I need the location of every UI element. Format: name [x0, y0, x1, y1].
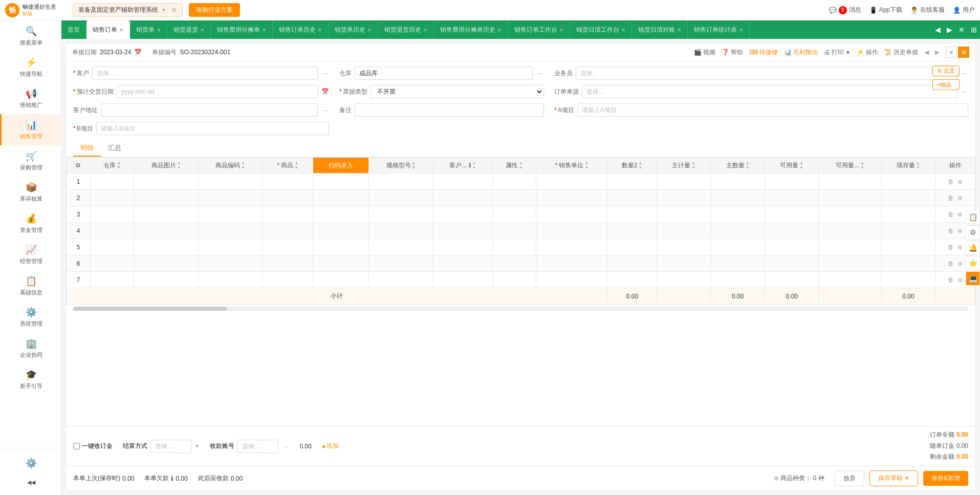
- prev-record[interactable]: ◀: [924, 49, 929, 56]
- th-image[interactable]: 商品图片▲▼: [134, 158, 199, 174]
- cell-spec[interactable]: [369, 223, 433, 239]
- sidebar-item-enterprise[interactable]: 🏢 企业协同: [0, 333, 61, 364]
- cell-image[interactable]: [134, 190, 199, 206]
- th-available[interactable]: 可用量▲▼: [765, 158, 818, 174]
- cell-main-qty[interactable]: [711, 239, 765, 255]
- cell-main-unit[interactable]: [657, 174, 710, 190]
- th-available2[interactable]: 可用量...▲▼: [819, 158, 881, 174]
- cell-product[interactable]: [263, 206, 313, 223]
- nav-tab-7[interactable]: 销货退货历史 ✕: [378, 20, 434, 39]
- cell-product-code[interactable]: [198, 223, 263, 239]
- cell-current[interactable]: [881, 174, 935, 190]
- cell-attrs[interactable]: [492, 239, 536, 255]
- sidebar-item-marketing[interactable]: 📢 营销推广: [0, 83, 61, 114]
- cell-qty2[interactable]: [607, 174, 657, 190]
- cell-main-qty[interactable]: [711, 272, 765, 288]
- sidebar-item-system[interactable]: ⚙️ 系统管理: [0, 302, 61, 333]
- account-more-btn[interactable]: ···: [281, 442, 290, 450]
- sidebar-item-guide[interactable]: 🎓 新手引导: [0, 364, 61, 395]
- cell-main-unit[interactable]: [657, 223, 710, 239]
- cell-qty2[interactable]: [607, 206, 657, 223]
- industry-btn[interactable]: 体验行业方案: [189, 3, 240, 17]
- cell-spec[interactable]: [369, 206, 433, 223]
- cell-warehouse[interactable]: [90, 239, 134, 255]
- cell-customer-code[interactable]: [433, 174, 492, 190]
- delete-icon[interactable]: 🗑: [948, 276, 954, 284]
- cell-scan[interactable]: [313, 174, 369, 190]
- delete-icon[interactable]: 🗑: [948, 244, 954, 251]
- cell-unit[interactable]: [536, 255, 607, 272]
- right-tool-4[interactable]: ⭐: [966, 256, 980, 270]
- cell-product-code[interactable]: [198, 190, 263, 206]
- sidebar-item-inventory[interactable]: 📦 库存核算: [0, 177, 61, 208]
- nav-tab-11[interactable]: 钱货日清对账 ✕: [632, 20, 688, 39]
- cell-product-code[interactable]: [198, 206, 263, 223]
- cell-spec[interactable]: [369, 255, 433, 272]
- sidebar-item-operations[interactable]: 📈 经营管理: [0, 239, 61, 270]
- th-product-code[interactable]: 商品编码▲▼: [198, 158, 263, 174]
- th-main-qty[interactable]: 主数量▲▼: [711, 158, 765, 174]
- customer-more-btn[interactable]: ···: [321, 69, 329, 77]
- tab-close-all[interactable]: ✕: [955, 26, 968, 34]
- cell-attrs[interactable]: [492, 255, 536, 272]
- cell-customer-code[interactable]: [433, 223, 492, 239]
- tab-detail[interactable]: 明细: [73, 140, 101, 157]
- cell-available[interactable]: [765, 255, 818, 272]
- copy-icon[interactable]: ⊕: [957, 211, 963, 218]
- th-settings[interactable]: ⚙: [67, 158, 91, 174]
- profit-action[interactable]: 📊 毛利预估: [784, 48, 818, 57]
- cell-scan[interactable]: [313, 255, 369, 272]
- cell-unit[interactable]: [536, 190, 607, 206]
- remarks-input[interactable]: [355, 103, 544, 117]
- sidebar-item-purchase[interactable]: 🛒 采购管理: [0, 145, 61, 177]
- cell-available2[interactable]: [819, 239, 881, 255]
- th-customer-code[interactable]: 客户... ℹ▲▼: [433, 158, 492, 174]
- copy-icon[interactable]: ⊕: [957, 227, 963, 234]
- th-scan[interactable]: 扫码录入: [313, 158, 369, 174]
- delete-icon[interactable]: 🗑: [948, 260, 954, 267]
- sidebar-item-quick-nav[interactable]: ⚡ 快捷导航: [0, 52, 61, 83]
- online-service-btn[interactable]: 👨‍💼 在线客服: [910, 6, 945, 14]
- cell-product-code[interactable]: [198, 239, 263, 255]
- tab-close-3[interactable]: ✕: [200, 27, 204, 33]
- cell-scan[interactable]: [313, 206, 369, 223]
- tab-expand[interactable]: ⊞: [968, 26, 980, 34]
- user-menu[interactable]: 👤 用户: [953, 6, 975, 14]
- cell-available2[interactable]: [819, 206, 881, 223]
- cell-unit[interactable]: [536, 272, 607, 288]
- cell-product-code[interactable]: [198, 272, 263, 288]
- cell-main-qty[interactable]: [711, 190, 765, 206]
- tab-close-10[interactable]: ✕: [621, 27, 625, 33]
- right-tool-5[interactable]: 💻: [966, 271, 980, 286]
- th-current[interactable]: 现存量▲▼: [881, 158, 935, 174]
- cell-current[interactable]: [881, 239, 935, 255]
- sidebar-item-search[interactable]: 🔍 搜索菜单: [0, 20, 61, 52]
- cell-available2[interactable]: [819, 255, 881, 272]
- cell-available[interactable]: [765, 206, 818, 223]
- cell-main-qty[interactable]: [711, 255, 765, 272]
- cell-product-code[interactable]: [198, 174, 263, 190]
- address-input[interactable]: [101, 103, 318, 117]
- cell-customer-code[interactable]: [433, 190, 492, 206]
- cell-main-unit[interactable]: [657, 272, 710, 288]
- cell-product[interactable]: [263, 223, 313, 239]
- help-action[interactable]: ❓ 帮助: [722, 48, 743, 57]
- cell-attrs[interactable]: [492, 223, 536, 239]
- cell-qty2[interactable]: [607, 239, 657, 255]
- cell-product[interactable]: [263, 255, 313, 272]
- delete-icon[interactable]: 🗑: [948, 178, 954, 185]
- sidebar-item-finance[interactable]: 💰 资金管理: [0, 208, 61, 239]
- sidebar-item-settings[interactable]: ⚙️: [4, 453, 57, 474]
- tab-close-9[interactable]: ✕: [559, 27, 563, 33]
- discard-btn[interactable]: 放弃: [835, 470, 864, 486]
- cell-unit[interactable]: [536, 206, 607, 223]
- shortcut-action[interactable]: ⌨ 快捷键: [749, 48, 778, 57]
- cell-customer-code[interactable]: [433, 239, 492, 255]
- tab-close-1[interactable]: ✕: [119, 27, 123, 33]
- cell-warehouse[interactable]: [90, 206, 134, 223]
- delete-icon[interactable]: 🗑: [948, 211, 954, 218]
- salesperson-more-btn[interactable]: ···: [960, 69, 968, 77]
- th-attrs[interactable]: 属性▲▼: [492, 158, 536, 174]
- tab-summary[interactable]: 汇总: [101, 140, 128, 157]
- cell-main-unit[interactable]: [657, 190, 710, 206]
